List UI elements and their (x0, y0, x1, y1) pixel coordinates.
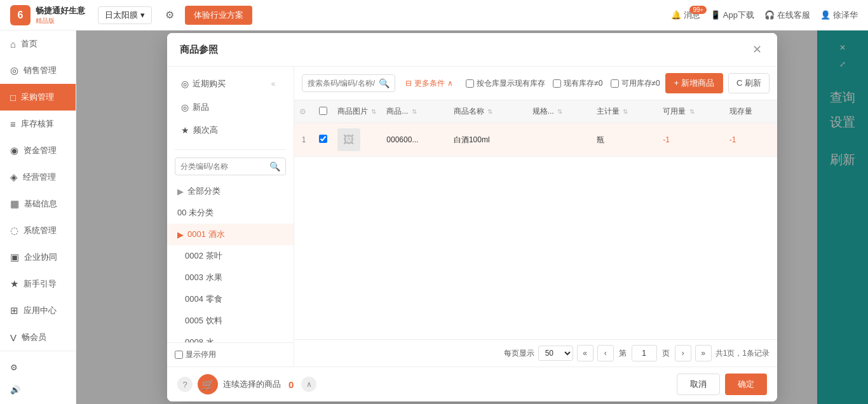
th-unit-label: 主计量 (597, 107, 620, 116)
sidebar-label-guide: 新手引导 (24, 278, 57, 290)
cb-available-label[interactable]: 现有库存≠0 (553, 78, 602, 89)
category-item-0008[interactable]: 0008 水 (167, 332, 294, 342)
last-page-btn[interactable]: » (695, 345, 712, 361)
show-disabled-input[interactable] (175, 351, 183, 359)
settings-btn[interactable]: ⚙ (0, 356, 76, 379)
volume-btn[interactable]: 🔊 (0, 379, 76, 401)
help-button[interactable]: ? (177, 377, 193, 392)
left-panel-collapse-btn[interactable]: « (267, 77, 280, 90)
search-icon[interactable]: 🔍 (269, 161, 280, 172)
online-service-btn[interactable]: 🎧 在线客服 (764, 10, 810, 21)
show-disabled-checkbox[interactable]: 显示停用 (175, 349, 216, 360)
tab-new-products[interactable]: ◎ 新品 (175, 97, 286, 118)
tab-recent-purchase[interactable]: ◎ 近期购买 « (175, 73, 286, 95)
brand-info: 畅捷通好生意 精品版 (36, 5, 85, 25)
row-spec (527, 123, 592, 157)
refresh-button[interactable]: C 刷新 (728, 73, 770, 93)
cb-available-text: 现有库存≠0 (564, 78, 602, 89)
category-item-all[interactable]: ▶ 全部分类 (167, 180, 294, 202)
sort-icon-image: ⇅ (371, 108, 376, 115)
messages-btn[interactable]: 🔔 消息 99+ (671, 10, 700, 21)
cb-usable[interactable] (611, 79, 619, 88)
footer-right-btns: 取消 确定 (677, 374, 767, 395)
sidebar-item-basic[interactable]: ▦ 基础信息 (0, 191, 76, 217)
row-checkbox[interactable] (319, 135, 327, 143)
sidebar-item-member[interactable]: V 畅会员 (0, 324, 76, 351)
cart-button[interactable]: 🛒 (198, 374, 218, 394)
search-submit-icon[interactable]: 🔍 (379, 78, 390, 88)
cb-warehouse[interactable] (466, 79, 474, 88)
category-label-0003: 0003 水果 (185, 272, 222, 283)
row-available: -1 (658, 123, 724, 157)
dialog-close-button[interactable]: ✕ (749, 42, 764, 57)
next-page-btn[interactable]: › (675, 345, 691, 361)
sidebar-label-inventory: 库存核算 (21, 118, 54, 130)
category-item-00[interactable]: 00 未分类 (167, 202, 294, 224)
product-search-box: 🔍 (302, 74, 395, 92)
sidebar-item-sales[interactable]: ◎ 销售管理 (0, 57, 76, 84)
sidebar-item-guide[interactable]: ★ 新手引导 (0, 271, 76, 297)
filter-checkboxes: 按仓库显示现有库存 现有库存≠0 可用库存≠0 (466, 78, 660, 89)
category-item-0002[interactable]: 0002 茶叶 (167, 245, 294, 267)
sort-icon-spec: ⇅ (557, 108, 562, 115)
user-avatar[interactable]: 👤 徐泽华 (820, 10, 858, 21)
sort-icon-code: ⇅ (412, 108, 417, 115)
product-thumbnail: 🖼 (337, 128, 360, 151)
category-search-input[interactable] (180, 162, 266, 171)
add-product-button[interactable]: + 新增商品 (665, 73, 723, 93)
sidebar-item-purchase[interactable]: □ 采购管理 (0, 84, 76, 111)
first-page-btn[interactable]: « (577, 345, 593, 361)
cancel-button[interactable]: 取消 (677, 374, 720, 395)
category-item-0003[interactable]: 0003 水果 (167, 267, 294, 288)
headset-icon: 🎧 (764, 10, 775, 20)
logo-icon: 6 (10, 5, 31, 25)
category-item-0004[interactable]: 0004 零食 (167, 288, 294, 310)
category-item-0001[interactable]: ▶ 0001 酒水 (167, 224, 294, 245)
main-area: ✕ ⤢ 查询 设置 刷新 商品参照 ✕ ◎ 近期购买 (76, 30, 868, 404)
sidebar-item-home[interactable]: ⌂ 首页 (0, 30, 76, 57)
th-stock-label: 现存量 (729, 107, 752, 116)
th-checkbox (313, 100, 332, 123)
footer-collapse-btn[interactable]: ∧ (301, 377, 316, 392)
cb-usable-label[interactable]: 可用库存≠0 (611, 78, 660, 89)
filter-more-btn[interactable]: ⊟ 更多条件 ∧ (400, 76, 458, 91)
sidebar-item-apps[interactable]: ⊞ 应用中心 (0, 297, 76, 324)
store-selector[interactable]: 日太阳膜 ▾ (98, 6, 152, 24)
table-row[interactable]: 1 🖼 000600... 白酒100ml 瓶 -1 -1 (294, 123, 777, 157)
sidebar-item-finance[interactable]: ◉ 资金管理 (0, 137, 76, 164)
sidebar-label-enterprise: 企业协同 (24, 252, 57, 263)
product-search-input[interactable] (308, 79, 375, 88)
confirm-button[interactable]: 确定 (725, 374, 767, 395)
gear-button[interactable]: ⚙ (159, 5, 180, 25)
cb-warehouse-text: 按仓库显示现有库存 (477, 78, 545, 89)
tab-new-label: 新品 (193, 102, 209, 113)
th-image-label: 商品图片 (337, 107, 368, 116)
app-download-btn[interactable]: 📱 App下载 (710, 10, 754, 21)
sidebar-item-system[interactable]: ◌ 系统管理 (0, 217, 76, 244)
cb-available[interactable] (553, 79, 561, 88)
prev-page-btn[interactable]: ‹ (597, 345, 614, 361)
sidebar-label-system: 系统管理 (24, 225, 57, 236)
sidebar-item-operations[interactable]: ◈ 经营管理 (0, 164, 76, 191)
tab-frequent[interactable]: ★ 频次高 (175, 120, 286, 140)
tab-recent-label: 近期购买 (193, 78, 226, 90)
sales-icon: ◎ (10, 65, 18, 76)
category-item-0005[interactable]: 0005 饮料 (167, 310, 294, 332)
trial-btn[interactable]: 体验行业方案 (185, 6, 252, 25)
select-all-checkbox[interactable] (319, 107, 327, 115)
sidebar-item-inventory[interactable]: ≡ 库存核算 (0, 111, 76, 137)
row-checkbox-cell[interactable] (313, 123, 332, 157)
messages-badge: 99+ (689, 6, 706, 14)
pagination-area: 每页显示 50 10 20 100 « ‹ 第 页 › » (294, 339, 777, 367)
dialog-body: ◎ 近期购买 « ◎ 新品 ★ 频次高 (167, 67, 777, 367)
sidebar-label-finance: 资金管理 (24, 145, 57, 156)
sidebar-item-enterprise[interactable]: ▣ 企业协同 (0, 244, 76, 271)
cart-count: 0 (288, 379, 294, 390)
page-number-input[interactable] (632, 345, 657, 361)
settings-icon: ⚙ (10, 363, 18, 372)
row-code: 000600... (381, 123, 449, 157)
system-icon: ◌ (10, 225, 18, 236)
page-size-select[interactable]: 50 10 20 100 (538, 346, 573, 361)
cb-warehouse-label[interactable]: 按仓库显示现有库存 (466, 78, 545, 89)
finance-icon: ◉ (10, 145, 18, 156)
